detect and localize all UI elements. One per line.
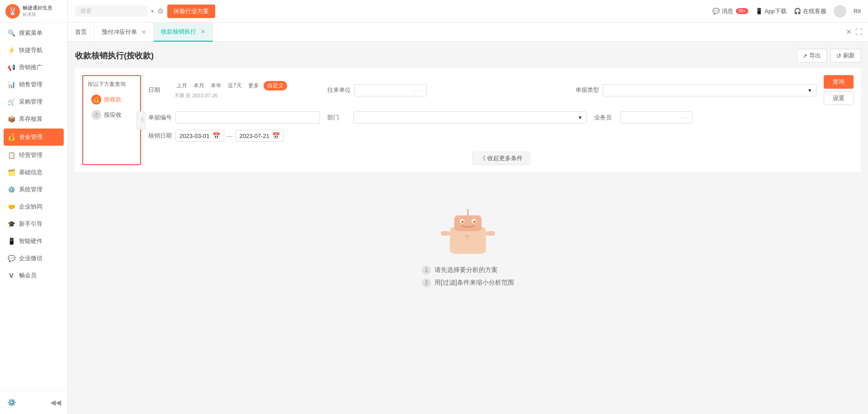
sidebar-item-system[interactable]: ⚙️ 系统管理	[0, 181, 67, 198]
filter-actions: 查询 设置	[824, 75, 854, 105]
content-area: 收款核销执行(按收款) ↗ 导出 ↺ 刷新 按以下方案查询 💰 按收款	[68, 42, 868, 414]
filter-option-by-receivable[interactable]: ⏱ 按应收	[88, 107, 136, 123]
date-this-month[interactable]: 本月	[192, 81, 206, 90]
sidebar-item-guide[interactable]: 🎓 新手引导	[0, 215, 67, 233]
query-button[interactable]: 查询	[824, 75, 854, 89]
tab-prepay[interactable]: 预付冲应付单 ✕	[94, 23, 154, 42]
date-more[interactable]: 更多	[246, 81, 261, 90]
tab-prepay-close[interactable]: ✕	[142, 29, 146, 35]
filter-row-3: 核销日期 2023-03-01 📅 — 2023-07-21 📅	[148, 130, 854, 142]
by-collection-label: 按收款	[104, 95, 122, 104]
bill-type-select[interactable]: ▾	[603, 84, 816, 96]
filter-row-1: 日期 上月 本月 本年 近7天 更多 自定义 不限 至 2023-07-26	[148, 75, 854, 105]
refresh-icon: ↺	[836, 52, 841, 59]
sidebar-item-inventory[interactable]: 📦 库存核算	[0, 110, 67, 128]
sidebar-item-label: 采购管理	[19, 98, 42, 106]
date-range-separator: —	[227, 133, 233, 139]
export-button[interactable]: ↗ 导出	[797, 49, 827, 62]
verify-date-start-value: 2023-03-01	[179, 133, 210, 139]
tab-collection[interactable]: 收款核销执行 ✕	[154, 23, 213, 42]
app-download-button[interactable]: 📱 App下载	[755, 7, 787, 15]
refresh-label: 刷新	[843, 52, 855, 60]
sidebar-item-label: 经营管理	[19, 151, 42, 159]
bill-type-chevron: ▾	[808, 87, 811, 94]
filter-collapse-button[interactable]: 《	[137, 111, 146, 129]
tab-home-label: 首页	[75, 28, 87, 36]
bill-type-label: 单据类型	[576, 86, 599, 94]
sidebar-item-smart-hardware[interactable]: 📱 智能硬件	[0, 233, 67, 250]
app-download-icon: 📱	[755, 8, 763, 14]
partner-field: 往来单位 ···	[327, 84, 568, 96]
date-this-year[interactable]: 本年	[209, 81, 223, 90]
sidebar-item-label: 快捷导航	[19, 46, 42, 54]
sidebar-item-quick-nav[interactable]: ⚡ 快捷导航	[0, 42, 67, 59]
tab-collection-close[interactable]: ✕	[201, 29, 205, 35]
dept-field: 部门 ▾	[327, 111, 587, 124]
hint-number-1: 1	[422, 266, 431, 275]
sidebar-item-sales[interactable]: 📊 销售管理	[0, 76, 67, 93]
sidebar-item-marketing[interactable]: 📢 营销推广	[0, 59, 67, 76]
filter-option-by-collection[interactable]: 💰 按收款	[88, 92, 136, 107]
page-title: 收款核销执行(按收款)	[75, 50, 154, 61]
verify-date-range: 2023-03-01 📅 — 2023-07-21 📅	[175, 130, 284, 142]
partner-select[interactable]: ···	[354, 84, 427, 96]
verify-date-end-input[interactable]: 2023-07-21 📅	[236, 130, 284, 142]
sidebar-item-member[interactable]: V 畅会员	[0, 267, 67, 284]
settings-bottom-icon[interactable]: ⚙️	[5, 395, 19, 409]
sidebar-item-wechat[interactable]: 💬 企业微信	[0, 250, 67, 267]
salesperson-select[interactable]: ···	[620, 111, 693, 124]
svg-point-9	[467, 209, 469, 212]
collapse-sidebar-icon[interactable]: ◀◀	[48, 395, 63, 409]
tabbar-actions: ✕ ⛶	[846, 28, 868, 36]
verify-date-start-input[interactable]: 2023-03-01 📅	[175, 130, 224, 142]
basic-info-icon: 🗂️	[7, 168, 15, 176]
dept-chevron: ▾	[579, 114, 582, 121]
sidebar-item-finance[interactable]: 💰 资金管理	[4, 128, 64, 146]
sidebar-item-label: 营销推广	[19, 63, 42, 71]
topbar-dropdown-arrow[interactable]: ▾	[151, 8, 154, 14]
hint-text-1: 请先选择要分析的方案	[434, 266, 498, 274]
operation-icon: 📋	[7, 151, 15, 159]
svg-text:?: ?	[465, 234, 469, 242]
message-button[interactable]: 💬 消息 99+	[712, 7, 748, 15]
hint-text-2: 用[过滤]条件来缩小分析范围	[434, 279, 514, 287]
salesperson-dots-icon: ···	[680, 114, 688, 121]
empty-state: ? 1 请先选择要分析的方案 2 用[过滤]条件来缩小分析范围	[75, 172, 861, 324]
svg-point-4	[462, 221, 464, 223]
setting-button[interactable]: 设置	[824, 91, 854, 105]
collapse-conditions-button[interactable]: 《 收起更多条件	[472, 152, 530, 165]
tab-close-all-icon[interactable]: ✕	[846, 28, 852, 36]
topbar-left: 搜索 ▾ ⚙ 休验行业方案	[75, 5, 712, 18]
refresh-button[interactable]: ↺ 刷新	[830, 49, 861, 62]
bill-no-input[interactable]	[175, 111, 320, 124]
sidebar-item-search-menu[interactable]: 🔍 搜索菜单	[0, 24, 67, 42]
user-avatar[interactable]	[834, 5, 846, 18]
topbar-gear-icon[interactable]: ⚙	[157, 7, 164, 15]
tab-home[interactable]: 首页	[68, 23, 94, 42]
filter-row-2: 单据编号 部门 ▾ 业务员 ···	[148, 111, 854, 124]
date-last-month[interactable]: 上月	[175, 81, 189, 90]
dept-select[interactable]: ▾	[354, 111, 587, 124]
brand-name: 畅捷通好生意	[23, 5, 52, 11]
sidebar-item-purchase[interactable]: 🛒 采购管理	[0, 93, 67, 110]
svg-point-5	[473, 221, 476, 223]
tab-maximize-icon[interactable]: ⛶	[855, 28, 863, 36]
online-service-button[interactable]: 🎧 在线客服	[794, 7, 826, 15]
sidebar-item-enterprise[interactable]: 🤝 企业协同	[0, 198, 67, 215]
date-custom[interactable]: 自定义	[264, 81, 287, 90]
sidebar: 🐰 畅捷通好生意 标准版 🔍 搜索菜单 ⚡ 快捷导航 📢 营销推广 📊 销售管理…	[0, 0, 68, 414]
date-7days[interactable]: 近7天	[226, 81, 244, 90]
search-placeholder-text: 搜索	[80, 8, 91, 14]
sidebar-item-label: 企业协同	[19, 203, 42, 211]
sidebar-item-label: 企业微信	[19, 254, 42, 262]
empty-illustration: ?	[439, 209, 497, 258]
sales-icon: 📊	[7, 81, 15, 89]
sidebar-item-operation[interactable]: 📋 经营管理	[0, 147, 67, 164]
page-actions: ↗ 导出 ↺ 刷新	[797, 49, 861, 62]
sidebar-item-label: 销售管理	[19, 81, 42, 89]
industry-solution-button[interactable]: 休验行业方案	[167, 5, 215, 18]
tab-prepay-label: 预付冲应付单	[102, 28, 137, 36]
export-icon: ↗	[802, 52, 807, 59]
partner-label: 往来单位	[327, 86, 351, 94]
sidebar-item-basic-info[interactable]: 🗂️ 基础信息	[0, 164, 67, 181]
